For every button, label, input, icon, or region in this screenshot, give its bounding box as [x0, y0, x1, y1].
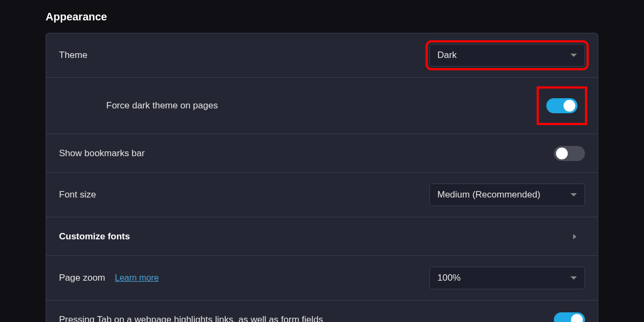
tab-highlight-toggle[interactable]: [554, 312, 585, 322]
section-title: Appearance: [46, 11, 598, 23]
font-size-select-value: Medium (Recommended): [437, 189, 540, 200]
tab-highlight-label: Pressing Tab on a webpage highlights lin…: [59, 314, 323, 322]
appearance-settings-card: Theme Dark Force dark theme on pages Sho…: [46, 33, 598, 322]
font-size-row: Font size Medium (Recommended): [46, 173, 598, 217]
chevron-down-icon: [570, 193, 577, 196]
theme-select[interactable]: Dark: [429, 44, 585, 67]
force-dark-row: Force dark theme on pages: [46, 78, 598, 134]
font-size-select[interactable]: Medium (Recommended): [429, 184, 585, 206]
theme-select-value: Dark: [437, 50, 457, 61]
force-dark-toggle[interactable]: [546, 98, 577, 113]
page-zoom-select-value: 100%: [437, 273, 460, 283]
force-dark-label: Force dark theme on pages: [59, 100, 218, 111]
theme-label: Theme: [59, 50, 87, 61]
toggle-knob: [556, 148, 568, 159]
customize-fonts-label: Customize fonts: [59, 231, 130, 242]
toggle-knob: [571, 314, 583, 322]
theme-row: Theme Dark: [46, 33, 598, 78]
chevron-down-icon: [570, 54, 577, 57]
tab-highlight-row: Pressing Tab on a webpage highlights lin…: [46, 301, 598, 322]
page-zoom-row: Page zoom Learn more 100%: [46, 256, 598, 301]
chevron-down-icon: [570, 276, 577, 280]
toggle-knob: [564, 100, 575, 112]
bookmarks-bar-toggle[interactable]: [554, 146, 585, 161]
page-zoom-label-group: Page zoom Learn more: [59, 273, 159, 283]
page-zoom-select[interactable]: 100%: [429, 267, 585, 289]
bookmarks-bar-row: Show bookmarks bar: [46, 134, 598, 173]
page-zoom-label: Page zoom: [59, 273, 105, 283]
force-dark-toggle-highlight: [539, 89, 585, 123]
customize-fonts-row[interactable]: Customize fonts: [46, 217, 598, 256]
font-size-label: Font size: [59, 189, 96, 200]
bookmarks-bar-label: Show bookmarks bar: [59, 148, 145, 159]
learn-more-link[interactable]: Learn more: [115, 273, 159, 283]
chevron-right-icon: [573, 234, 576, 239]
